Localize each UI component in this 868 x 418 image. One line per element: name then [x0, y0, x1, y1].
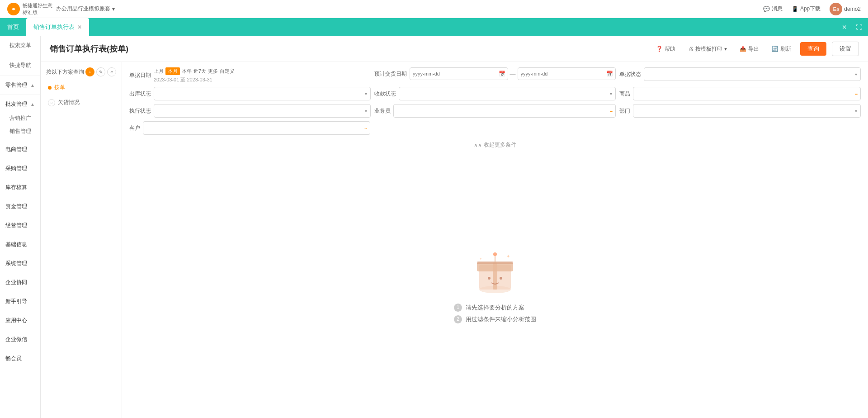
sidebar-group-appstore: 应用中心: [0, 311, 40, 330]
salesperson-input[interactable]: [393, 104, 616, 118]
page-header: 销售订单执行表(按单) ❓ 帮助 🖨 按模板打印 ▾ 📤 导出 🔄 刷新: [41, 36, 868, 62]
print-btn[interactable]: 🖨 按模板打印 ▾: [684, 43, 731, 55]
shortcut-this-month[interactable]: 本月: [165, 67, 180, 75]
filter-row-2: 出库状态 ▾ 收款状态 ▾: [129, 87, 861, 100]
svg-point-9: [493, 252, 497, 256]
message-btn[interactable]: 💬 消息: [763, 5, 783, 13]
sidebar-item-wechat[interactable]: 企业微信: [0, 332, 40, 347]
expected-date-start-input[interactable]: [410, 67, 508, 80]
tab-close-icon[interactable]: ✕: [77, 24, 82, 30]
filter-scheme-by-debt[interactable]: ○ 欠货情况: [41, 95, 122, 110]
sidebar-group-newbie: 新手引导: [0, 292, 40, 311]
filter-sidebar-header: 按以下方案查询 + ✎ «: [41, 67, 122, 80]
order-status-label: 单据状态: [619, 71, 641, 78]
user-area[interactable]: Ea demo2: [830, 3, 861, 15]
expected-date-end-input[interactable]: [518, 67, 616, 80]
goods-label: 商品: [619, 90, 630, 98]
goods-input[interactable]: [633, 87, 861, 100]
ship-status-label: 出库状态: [129, 90, 151, 98]
salesperson-label: 业务员: [374, 107, 391, 115]
download-icon: 📱: [792, 6, 798, 12]
tab-sales-order-exec[interactable]: 销售订单执行表 ✕: [26, 18, 89, 36]
shortcut-custom[interactable]: 自定义: [220, 68, 235, 75]
sidebar-item-sales[interactable]: 销售管理: [0, 125, 40, 138]
collapse-sidebar-btn[interactable]: «: [107, 67, 116, 76]
filter-scheme-by-order[interactable]: 按单: [41, 80, 122, 95]
sidebar-item-enterprise[interactable]: 企业协同: [0, 275, 40, 290]
sidebar-item-appstore[interactable]: 应用中心: [0, 313, 40, 328]
sidebar-item-marketing[interactable]: 营销推广: [0, 112, 40, 125]
filter-form: 单据日期 上月 本月 本年 近7天 更多 自定义 20: [122, 62, 868, 152]
refresh-btn[interactable]: 🔄 刷新: [768, 43, 795, 55]
tab-bar: 首页 销售订单执行表 ✕ ✕ ⛶: [0, 18, 868, 36]
sidebar-group-purchase: 采购管理: [0, 159, 40, 178]
sidebar-group-wholesale: 批发管理 ▲ 营销推广 销售管理: [0, 95, 40, 140]
help-icon: ❓: [656, 46, 663, 52]
dept-select[interactable]: [633, 104, 861, 118]
sidebar-group-ecommerce: 电商管理: [0, 140, 40, 159]
expected-date-label: 预计交货日期: [374, 70, 407, 78]
svg-text:✦: ✦: [479, 257, 482, 261]
chevron-down-icon: ▾: [112, 6, 115, 12]
filter-field-date: 单据日期 上月 本月 本年 近7天 更多 自定义 20: [129, 67, 371, 83]
filter-content-wrapper: 按以下方案查询 + ✎ « 按单 ○ 欠货情况: [41, 62, 868, 418]
filter-field-collect-status: 收款状态 ▾: [374, 87, 616, 100]
shortcut-more[interactable]: 更多: [208, 68, 218, 75]
ship-status-select[interactable]: [154, 87, 371, 100]
sidebar-item-member[interactable]: 畅会员: [0, 351, 40, 366]
query-btn[interactable]: 查询: [800, 42, 826, 56]
collect-status-select[interactable]: [399, 87, 616, 100]
content-area: 销售订单执行表(按单) ❓ 帮助 🖨 按模板打印 ▾ 📤 导出 🔄 刷新: [41, 36, 868, 418]
date-shortcuts-row: 上月 本月 本年 近7天 更多 自定义: [154, 67, 371, 75]
tab-close-window-icon[interactable]: ✕: [839, 22, 850, 33]
sidebar-item-inventory[interactable]: 库存核算: [0, 180, 40, 195]
header-right: 💬 消息 📱 App下载 Ea demo2: [763, 3, 861, 15]
shortcut-this-year[interactable]: 本年: [182, 68, 192, 75]
tab-home[interactable]: 首页: [0, 18, 26, 36]
order-status-select[interactable]: [644, 67, 861, 81]
sidebar-item-basic[interactable]: 基础信息: [0, 237, 40, 252]
quick-nav-section: 快捷导航: [0, 55, 40, 76]
sidebar-item-ecommerce[interactable]: 电商管理: [0, 142, 40, 157]
exec-status-select[interactable]: [154, 104, 371, 118]
sidebar-item-retail[interactable]: 零售管理 ▲: [0, 78, 40, 93]
retail-arrow-icon: ▲: [30, 83, 35, 88]
settings-btn[interactable]: 设置: [832, 42, 859, 56]
page-actions: ❓ 帮助 🖨 按模板打印 ▾ 📤 导出 🔄 刷新 查询 设置: [652, 42, 859, 62]
sidebar-item-finance[interactable]: 资金管理: [0, 199, 40, 214]
quick-nav-item[interactable]: 快捷导航: [0, 58, 40, 73]
collapse-bar[interactable]: ∧∧ 收起更多条件: [129, 138, 861, 152]
cal-start-icon: 📅: [499, 71, 505, 77]
empty-tips: 1 请先选择要分析的方案 2 用过滤条件来缩小分析范围: [454, 304, 536, 323]
date-label: 单据日期: [129, 71, 151, 79]
sidebar-item-newbie[interactable]: 新手引导: [0, 294, 40, 309]
add-scheme-btn[interactable]: +: [85, 67, 94, 76]
tip-1-icon: 1: [454, 304, 462, 312]
export-btn[interactable]: 📤 导出: [736, 43, 763, 55]
filter-sidebar-icons: + ✎ «: [85, 67, 116, 76]
app-download-btn[interactable]: 📱 App下载: [792, 5, 821, 13]
help-btn[interactable]: ❓ 帮助: [652, 43, 679, 55]
shortcut-7days[interactable]: 近7天: [193, 68, 206, 75]
shortcut-last-month[interactable]: 上月: [154, 68, 164, 75]
svg-rect-4: [493, 262, 497, 290]
order-status-control: ▾: [644, 67, 861, 81]
sidebar-item-system[interactable]: 系统管理: [0, 256, 40, 271]
sidebar-item-purchase[interactable]: 采购管理: [0, 161, 40, 176]
empty-state: ✦ ✦ 1 请先选择要分析的方案 2 用过滤条件来缩小分析范围: [122, 152, 868, 418]
edit-scheme-btn[interactable]: ✎: [96, 67, 105, 76]
tip-2-icon: 2: [454, 315, 462, 323]
search-menu-btn[interactable]: 搜索菜单: [4, 40, 37, 51]
top-header: 畅捷通好生意 标准版 办公用品行业模拟账套 ▾ 💬 消息 📱 App下载 Ea …: [0, 0, 868, 18]
svg-text:✦: ✦: [506, 254, 510, 259]
sidebar-item-wholesale[interactable]: 批发管理 ▲: [0, 97, 40, 112]
collapse-up-icon: ∧∧: [474, 142, 482, 148]
filter-field-salesperson: 业务员 ···: [374, 104, 616, 118]
avatar: Ea: [830, 3, 842, 15]
empty-tip-1: 1 请先选择要分析的方案: [454, 304, 536, 312]
customer-input[interactable]: [143, 121, 370, 135]
industry-dropdown[interactable]: 办公用品行业模拟账套 ▾: [56, 5, 115, 13]
sidebar-group-finance: 资金管理: [0, 197, 40, 216]
sidebar-item-operation[interactable]: 经营管理: [0, 218, 40, 233]
tab-expand-icon[interactable]: ⛶: [854, 22, 864, 33]
